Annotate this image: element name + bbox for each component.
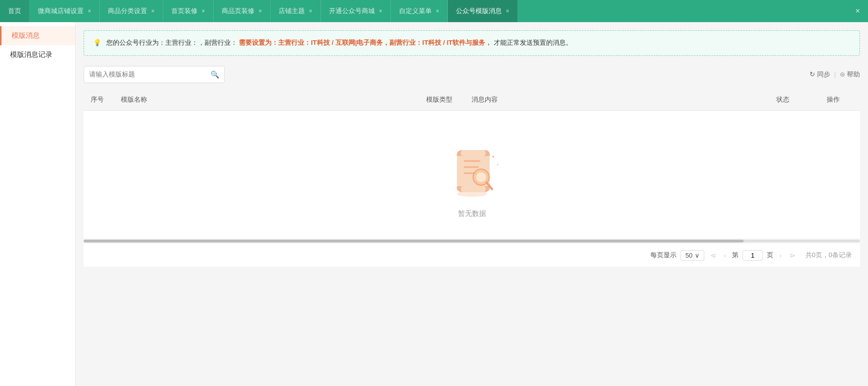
- notice-icon: 💡: [93, 39, 101, 46]
- help-label: 帮助: [847, 70, 860, 78]
- page-size-value: 50: [685, 252, 692, 259]
- table-col-2: 模版类型: [419, 89, 464, 111]
- toolbar-right: ↻ 同步 | ⊙ 帮助: [810, 70, 860, 79]
- table-col-1: 模版名称: [114, 89, 419, 111]
- nav-tab-0[interactable]: 首页: [0, 0, 30, 22]
- sidebar-item-0[interactable]: 模版消息: [0, 26, 75, 45]
- nav-tab-close-5[interactable]: ×: [309, 8, 312, 15]
- empty-text: 暂无数据: [458, 209, 486, 218]
- nav-tab-1[interactable]: 微商城店铺设置×: [30, 0, 100, 22]
- sync-label: 同步: [817, 70, 830, 78]
- page-unit: 页: [767, 251, 773, 260]
- table-col-3: 消息内容: [464, 89, 770, 111]
- page-size-arrow: ∨: [695, 252, 700, 259]
- svg-text:✦: ✦: [496, 163, 499, 167]
- data-table: 序号模版名称模版类型消息内容状态操作: [84, 89, 860, 239]
- next-page-button[interactable]: ›: [777, 251, 783, 260]
- main-layout: 模版消息模版消息记录 💡 您的公众号行业为：主营行业：，副营行业： 需要设置为：…: [0, 22, 868, 386]
- scrollbar-thumb[interactable]: [84, 240, 744, 243]
- nav-tab-5[interactable]: 店铺主题×: [271, 0, 321, 22]
- pagination: 每页显示 50 ∨ ⊲ ‹ 第 页 › ⊳ 共0页，0条记录: [84, 244, 860, 267]
- nav-tab-close-2[interactable]: ×: [151, 8, 155, 15]
- empty-state: ✦ ✦ 暂无数据: [84, 111, 860, 239]
- first-page-button[interactable]: ⊲: [708, 251, 718, 260]
- notice-highlight: 需要设置为：主营行业：IT科技 / 互联网|电子商务，副营行业：IT科技 / I…: [239, 39, 492, 46]
- table-col-5: 操作: [820, 89, 860, 111]
- prev-page-button[interactable]: ‹: [722, 251, 728, 260]
- search-input-wrap: 🔍: [84, 66, 225, 83]
- search-input[interactable]: [89, 70, 211, 78]
- table-container: 序号模版名称模版类型消息内容状态操作: [84, 89, 860, 267]
- toolbar-divider: |: [834, 70, 836, 78]
- nav-tab-close-3[interactable]: ×: [202, 8, 205, 15]
- scrollbar-area[interactable]: [84, 240, 860, 244]
- nav-tab-3[interactable]: 首页装修×: [163, 0, 214, 22]
- table-col-4: 状态: [769, 89, 820, 111]
- nav-tab-7[interactable]: 自定义菜单×: [391, 0, 448, 22]
- nav-tab-8[interactable]: 公众号模版消息×: [448, 0, 518, 22]
- nav-tab-close-8[interactable]: ×: [506, 8, 509, 15]
- page-size-select[interactable]: 50 ∨: [681, 250, 704, 261]
- sidebar: 模版消息模版消息记录: [0, 22, 76, 386]
- table-col-0: 序号: [84, 89, 114, 111]
- sync-icon: ↻: [810, 70, 815, 78]
- search-icon[interactable]: 🔍: [211, 70, 219, 79]
- svg-text:✦: ✦: [491, 154, 495, 160]
- nav-tab-close-7[interactable]: ×: [436, 8, 439, 15]
- top-nav-bar: 首页微商城店铺设置×商品分类设置×首页装修×商品页装修×店铺主题×开通公众号商城…: [0, 0, 868, 22]
- svg-point-5: [476, 172, 486, 182]
- total-info: 共0页，0条记录: [806, 251, 852, 260]
- scrollbar-track[interactable]: [84, 240, 860, 243]
- content-area: 💡 您的公众号行业为：主营行业：，副营行业： 需要设置为：主营行业：IT科技 /…: [76, 22, 868, 386]
- empty-illustration: ✦ ✦: [442, 141, 502, 201]
- sidebar-item-1[interactable]: 模版消息记录: [0, 45, 75, 64]
- help-button[interactable]: ⊙ 帮助: [840, 70, 860, 79]
- notice-text-pre: 您的公众号行业为：主营行业：，副营行业：: [106, 39, 237, 46]
- page-label: 第: [732, 251, 739, 260]
- notice-banner: 💡 您的公众号行业为：主营行业：，副营行业： 需要设置为：主营行业：IT科技 /…: [84, 30, 860, 56]
- page-number-input[interactable]: [743, 250, 763, 261]
- search-bar: 🔍 ↻ 同步 | ⊙ 帮助: [84, 66, 860, 83]
- help-icon: ⊙: [840, 70, 845, 78]
- nav-tab-close-4[interactable]: ×: [258, 8, 262, 15]
- last-page-button[interactable]: ⊳: [788, 251, 797, 260]
- nav-tab-6[interactable]: 开通公众号商城×: [321, 0, 391, 22]
- close-all-button[interactable]: ×: [847, 7, 868, 16]
- sync-button[interactable]: ↻ 同步: [810, 70, 830, 79]
- nav-tab-2[interactable]: 商品分类设置×: [100, 0, 163, 22]
- nav-tab-close-1[interactable]: ×: [88, 8, 91, 15]
- nav-tab-4[interactable]: 商品页装修×: [214, 0, 271, 22]
- nav-tab-close-6[interactable]: ×: [379, 8, 382, 15]
- page-size-label: 每页显示: [650, 251, 677, 260]
- notice-text-post: 才能正常发送预置的消息。: [494, 39, 572, 46]
